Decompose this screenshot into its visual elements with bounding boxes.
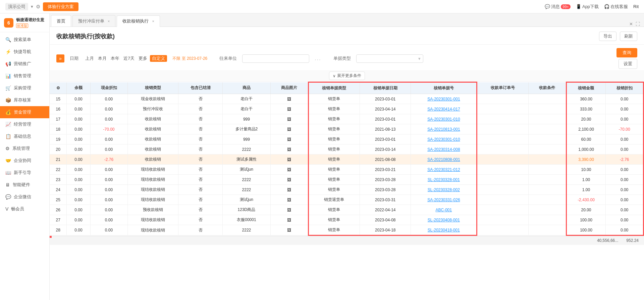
- cell-cash_discount: 0.00: [90, 185, 127, 195]
- expand-icon: ∨: [333, 74, 336, 78]
- sidebar-icon: 💰: [5, 110, 11, 115]
- table-row: 240.000.00现结收款核销否2222🖼销货单2023-03-28SL-20…: [50, 185, 644, 195]
- page-title: 收款核销执行(按收款): [56, 32, 115, 40]
- cell-cancel_type: 现结收款核销: [127, 225, 178, 235]
- date-7days[interactable]: 近7天: [122, 55, 136, 62]
- cell-balance: 0.00: [67, 225, 90, 235]
- cell-cancel_discount: -70.00: [606, 124, 644, 134]
- cell-receipt_condition: [529, 205, 567, 215]
- sidebar-item-畅会员[interactable]: V畅会员: [0, 203, 49, 215]
- sidebar-item-搜索菜单[interactable]: 🔍搜索菜单: [0, 34, 49, 46]
- cell-cancel_discount: 0.00: [606, 205, 644, 215]
- sidebar-item-企业微信[interactable]: 💬企业微信: [0, 191, 49, 203]
- cell-cancel_type: 预收款核销: [127, 205, 178, 215]
- sidebar-icon: 📋: [5, 134, 11, 139]
- collapse-button[interactable]: »: [56, 54, 64, 62]
- settings-button[interactable]: 设置: [619, 59, 637, 69]
- date-custom[interactable]: 自定义: [150, 55, 167, 62]
- cell-cancel_number[interactable]: SA-20230321-012: [411, 165, 477, 175]
- cell-cancel_amount: 1,000.00: [566, 144, 605, 155]
- cell-cancel_number[interactable]: SL-20230328-002: [411, 185, 477, 195]
- cell-cancel_number[interactable]: SA-20230301-010: [411, 114, 477, 124]
- cell-cancel_number[interactable]: SL-20230418-001: [411, 225, 477, 235]
- cell-include_cleared: 否: [178, 155, 223, 165]
- tab-close-icon[interactable]: ×: [108, 19, 110, 23]
- cell-cash_discount: 0.00: [90, 94, 127, 104]
- sidebar-item-营销推广[interactable]: 📢营销推广: [0, 58, 49, 70]
- sidebar-item-库存核算[interactable]: 📦库存核算: [0, 94, 49, 106]
- tab-预付冲应付单[interactable]: 预付冲应付单×: [72, 15, 115, 27]
- cell-id: 23: [50, 175, 67, 185]
- date-this-month[interactable]: 本月: [97, 55, 108, 62]
- cell-cancel_date: 2021-08-13: [360, 124, 411, 134]
- close-window-icon[interactable]: ✕: [629, 22, 633, 27]
- sidebar-item-快捷导航[interactable]: ⚡快捷导航: [0, 46, 49, 58]
- cell-cancel_date: 2021-08-08: [360, 155, 411, 165]
- cell-cancel_discount: 0.00: [606, 134, 644, 144]
- page-actions: 导出 刷新: [599, 32, 637, 41]
- cell-cancel_type: 收款核销: [127, 114, 178, 124]
- refresh-button[interactable]: 刷新: [620, 32, 637, 41]
- cell-id: 16: [50, 104, 67, 114]
- table-row: 150.000.00现金收款核销否老白干🖼销货单2023-03-01SA-202…: [50, 94, 644, 104]
- cell-cancel_number[interactable]: SL-20230328-001: [411, 175, 477, 185]
- tab-close-icon[interactable]: ×: [152, 19, 154, 23]
- sidebar-label: 营销推广: [14, 61, 31, 67]
- date-this-year[interactable]: 本年: [109, 55, 121, 62]
- cell-receipt_condition: [529, 94, 567, 104]
- cell-cash_discount: 0.00: [90, 225, 127, 235]
- cell-receipt_condition: [529, 104, 567, 114]
- tab-首页[interactable]: 首页: [51, 15, 71, 27]
- cell-cancel_number[interactable]: SA-20230331-026: [411, 195, 477, 205]
- sidebar-item-采购管理[interactable]: 🛒采购管理: [0, 82, 49, 94]
- sidebar-item-企业协同[interactable]: 🤝企业协同: [0, 155, 49, 167]
- cell-cancel_number[interactable]: SA-20230301-001: [411, 94, 477, 104]
- cell-cancel_number[interactable]: ABC-001: [411, 205, 477, 215]
- cell-cancel_number[interactable]: SA-20210813-001: [411, 124, 477, 134]
- date-more[interactable]: 更多: [137, 55, 149, 62]
- cell-cancel_discount: 0.00: [606, 185, 644, 195]
- cell-receipt_order_no: [477, 134, 529, 144]
- query-button[interactable]: 查询: [616, 48, 637, 57]
- cell-cancel_type: 现结收款核销: [127, 195, 178, 205]
- sidebar-item-新手引导[interactable]: 📖新手引导: [0, 167, 49, 179]
- cell-cash_discount: -70.00: [90, 124, 127, 134]
- counterparty-input[interactable]: [242, 54, 309, 63]
- sidebar-label: 快捷导航: [14, 49, 31, 55]
- cell-balance: 0.00: [67, 215, 90, 225]
- cell-balance: 0.00: [67, 104, 90, 114]
- industry-button[interactable]: 体验行业方案: [43, 2, 78, 11]
- sidebar-item-基础信息[interactable]: 📋基础信息: [0, 130, 49, 142]
- cell-balance: 0.00: [67, 134, 90, 144]
- total-discount: 952.24: [626, 238, 639, 243]
- sidebar-item-智能硬件[interactable]: 🖥智能硬件: [0, 179, 49, 191]
- sidebar-label: 资金管理: [14, 109, 31, 115]
- sidebar-item-系统管理[interactable]: ⚙系统管理: [0, 142, 49, 155]
- export-button[interactable]: 导出: [599, 32, 616, 41]
- tab-收款核销执行[interactable]: 收款核销执行×: [117, 15, 160, 27]
- cell-cancel_voucher_type: 销货单: [308, 205, 360, 215]
- date-last-month[interactable]: 上月: [84, 55, 95, 62]
- main-area: 首页预付冲应付单×收款核销执行× ✕ ⛶ 收款核销执行(按收款) 导出 刷新 »…: [50, 13, 644, 300]
- chevron-down-icon[interactable]: ▾: [31, 4, 33, 9]
- sidebar-item-销售管理[interactable]: 📊销售管理: [0, 70, 49, 82]
- cell-cancel_date: 2023-04-18: [360, 225, 411, 235]
- cell-cancel_number[interactable]: SA-20230414-017: [411, 104, 477, 114]
- voucher-type-select[interactable]: [356, 54, 423, 63]
- app-download-btn[interactable]: 📱 App下载: [576, 4, 599, 10]
- cell-cancel_number[interactable]: SA-20230314-008: [411, 144, 477, 155]
- cell-cancel_number[interactable]: SA-20230301-010: [411, 134, 477, 144]
- cell-product: 999: [222, 114, 270, 124]
- expand-conditions-button[interactable]: ∨ 展开更多条件: [329, 72, 365, 80]
- sidebar-icon: 🔍: [5, 37, 11, 42]
- gear-icon[interactable]: ⚙: [36, 4, 40, 10]
- cell-cancel_number[interactable]: SL-20230408-001: [411, 215, 477, 225]
- cell-cancel_number[interactable]: SA-20210808-001: [411, 155, 477, 165]
- sidebar-item-资金管理[interactable]: 💰资金管理: [0, 106, 49, 118]
- col-header-product_img: 商品图片: [270, 82, 308, 94]
- service-btn[interactable]: 🎧 在线客服: [604, 4, 628, 10]
- maximize-icon[interactable]: ⛶: [636, 22, 640, 27]
- message-btn[interactable]: 💬 消息 99+: [545, 4, 571, 10]
- sidebar-item-经营管理[interactable]: 📈经营管理: [0, 118, 49, 130]
- message-label: 消息: [551, 4, 560, 10]
